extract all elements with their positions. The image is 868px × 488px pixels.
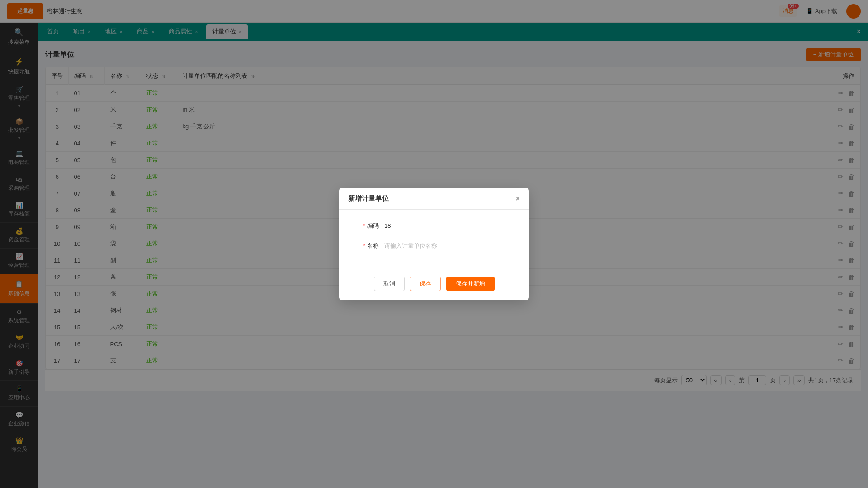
modal-close-button[interactable]: × bbox=[516, 195, 520, 203]
modal-title: 新增计量单位 bbox=[348, 194, 389, 203]
add-unit-modal: 新增计量单位 × 编码 名称 取消 保存 保存并新增 bbox=[339, 188, 529, 300]
save-button[interactable]: 保存 bbox=[410, 277, 441, 291]
modal-overlay[interactable]: 新增计量单位 × 编码 名称 取消 保存 保存并新增 bbox=[0, 0, 868, 488]
code-input[interactable] bbox=[384, 221, 516, 231]
modal-body: 编码 名称 bbox=[339, 210, 529, 271]
form-row-name: 名称 bbox=[352, 240, 516, 251]
modal-header: 新增计量单位 × bbox=[339, 188, 529, 210]
cancel-button[interactable]: 取消 bbox=[374, 277, 405, 291]
save-and-new-button[interactable]: 保存并新增 bbox=[446, 277, 495, 291]
form-row-code: 编码 bbox=[352, 221, 516, 231]
modal-footer: 取消 保存 保存并新增 bbox=[339, 271, 529, 300]
name-input[interactable] bbox=[384, 240, 516, 251]
name-label: 名称 bbox=[352, 242, 379, 250]
code-label: 编码 bbox=[352, 222, 379, 230]
